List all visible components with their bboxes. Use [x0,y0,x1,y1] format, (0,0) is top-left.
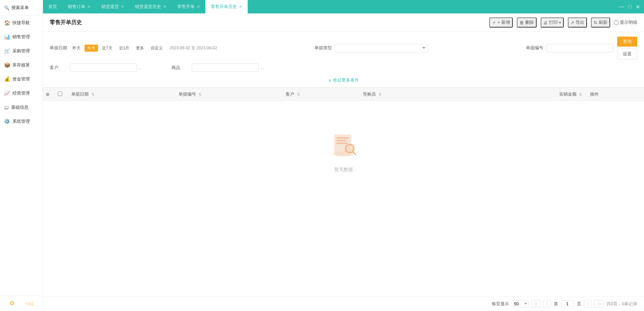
collapse-sidebar-icon[interactable]: ◁◁ [26,301,33,306]
sidebar-item-inventory[interactable]: 📦 库存核算 [0,58,43,72]
prev-page-btn[interactable]: ⟨ [543,300,551,308]
table-head: ⚙ 单据日期 ⇅ 单据编号 ⇅ [43,88,644,101]
th-bill-no[interactable]: 单据编号 ⇅ [175,88,282,101]
th-checkbox[interactable] [55,88,67,101]
window-minimize-icon[interactable]: — [619,4,624,10]
close-retail-open-tab[interactable]: ✕ [197,4,200,9]
date-last7[interactable]: 近7天 [99,45,115,52]
date-options: 昨天 今天 近7天 近1月 更多 自定义 [70,45,165,52]
bill-no-input[interactable] [546,44,613,52]
filter-row-customer: 客户 ... 商品 ... [50,63,637,72]
th-guide[interactable]: 导购员 ⇅ [359,88,451,101]
product-dots[interactable]: ... [261,65,264,70]
delete-button[interactable]: 🗑 删除 [517,17,537,28]
date-custom[interactable]: 自定义 [148,45,165,52]
sidebar-item-basic-info[interactable]: 🗂 基础信息 [0,100,43,114]
per-page-select[interactable]: 50 10 20 100 [512,300,529,307]
sidebar-search[interactable]: 🔍 搜索采单 [0,0,43,16]
tab-sales-return-label: 销货退货 [101,4,119,10]
th-customer[interactable]: 客户 ⇅ [282,88,359,101]
sys-mgmt-icon: ⚙️ [4,118,10,124]
add-button[interactable]: ＋ + 新增 [489,17,513,28]
refresh-button[interactable]: ↻ 刷新 [591,17,610,28]
product-input[interactable] [192,63,259,72]
sort-bill-no-icon[interactable]: ⇅ [198,92,201,96]
date-last1month[interactable]: 近1月 [116,45,132,52]
th-amount[interactable]: 实销金额 ⇅ [479,88,586,101]
empty-text: 暂无数据 [334,167,353,173]
close-sales-order-tab[interactable]: ✕ [87,4,91,9]
last-page-btn[interactable]: ⟩⟩ [594,300,604,308]
th-spacer [451,88,479,101]
page-title: 零售开单历史 [50,19,82,26]
date-label: 单据日期 [50,45,70,51]
sidebar: 🔍 搜索采单 🏠 快捷导航 📊 销售管理 🛒 采购管理 📦 库存核算 💰 资金管… [0,0,43,311]
svg-rect-2 [336,137,349,139]
next-page-btn[interactable]: ⟩ [584,300,592,308]
close-sales-return-history-tab[interactable]: ✕ [163,4,166,9]
export-button[interactable]: ↗ 导出 [568,17,587,28]
close-retail-open-history-tab[interactable]: ✕ [239,4,242,9]
collapse-more[interactable]: ∧ 收起更多条件 [50,76,637,85]
sort-customer-icon[interactable]: ⇅ [297,92,300,96]
main-area: 首页 销售订单 ✕ 销货退货 ✕ 销货退货历史 ✕ 零售开单 ✕ 零售开单历史 … [43,0,644,311]
tab-sales-order[interactable]: 销售订单 ✕ [62,0,96,13]
bill-type-select[interactable] [335,44,429,52]
collapse-arrow-icon: ∧ [328,78,332,83]
tab-retail-open-history[interactable]: 零售开单历史 ✕ [205,0,248,13]
basic-info-icon: 🗂 [4,105,9,110]
table-area: ⚙ 单据日期 ⇅ 单据编号 ⇅ [43,88,644,296]
tab-sales-return-history[interactable]: 销货退货历史 ✕ [130,0,172,13]
window-restore-icon[interactable]: □ [628,4,632,10]
purchase-mgmt-icon: 🛒 [4,48,10,54]
print-icon: 🖨 [543,20,548,25]
sort-date-icon[interactable]: ⇅ [91,92,94,96]
sidebar-item-purchase-mgmt[interactable]: 🛒 采购管理 [0,44,43,58]
delete-icon: 🗑 [519,20,524,25]
sort-amount-icon[interactable]: ⇅ [579,92,582,96]
operation-icon: 📈 [4,90,10,96]
sidebar-item-label: 库存核算 [12,62,30,68]
top-nav: 首页 销售订单 ✕ 销货退货 ✕ 销货退货历史 ✕ 零售开单 ✕ 零售开单历史 … [43,0,644,13]
tab-retail-open-label: 零售开单 [177,4,195,10]
page-input[interactable] [561,300,574,307]
sort-guide-icon[interactable]: ⇅ [379,92,382,96]
total-info: 共0页，0条记录 [606,301,637,307]
sidebar-bottom: ⚙ ◁◁ [0,295,43,311]
sidebar-item-finance[interactable]: 💰 资金管理 [0,72,43,86]
page-content: 零售开单历史 ＋ + 新增 🗑 删除 🖨 打印 ▾ ↗ 导出 [43,13,644,311]
table-settings-icon[interactable]: ⚙ [46,92,50,97]
th-settings[interactable]: ⚙ [43,88,55,101]
customer-input[interactable] [70,63,137,72]
date-today[interactable]: 今天 [85,45,98,52]
sidebar-item-sys-mgmt[interactable]: ⚙️ 系统管理 [0,114,43,128]
sidebar-item-sales-mgmt[interactable]: 📊 销售管理 [0,30,43,44]
tab-sales-return[interactable]: 销货退货 ✕ [96,0,130,13]
print-button[interactable]: 🖨 打印 ▾ [541,17,564,28]
customer-dots[interactable]: ... [139,65,143,70]
th-date[interactable]: 单据日期 ⇅ [67,88,175,101]
settings-bottom-icon[interactable]: ⚙ [9,300,15,307]
show-detail-label[interactable]: 显示明细 [614,19,637,25]
date-yesterday[interactable]: 昨天 [70,45,83,52]
select-all-checkbox[interactable] [58,92,62,96]
query-button[interactable]: 查询 [617,37,637,47]
window-close-icon[interactable]: ✕ [636,4,640,10]
sidebar-item-quick-nav[interactable]: 🏠 快捷导航 [0,16,43,30]
tab-retail-open[interactable]: 零售开单 ✕ [172,0,205,13]
show-detail-checkbox[interactable] [614,20,618,25]
page-actions: ＋ + 新增 🗑 删除 🖨 打印 ▾ ↗ 导出 ↻ [489,17,637,28]
refresh-icon: ↻ [594,20,597,25]
per-page-label: 每页显示 [492,301,509,307]
settings-button[interactable]: 设置 [617,49,637,59]
tab-sales-order-label: 销售订单 [68,4,85,10]
tab-home-label: 首页 [48,4,57,10]
first-page-btn[interactable]: ⟨⟨ [531,300,541,308]
svg-rect-3 [336,140,346,141]
close-sales-return-tab[interactable]: ✕ [121,4,124,9]
add-icon: ＋ [492,19,496,25]
sidebar-item-label: 系统管理 [12,118,30,124]
date-more[interactable]: 更多 [133,45,147,52]
sidebar-item-operation[interactable]: 📈 经营管理 [0,86,43,100]
tab-home[interactable]: 首页 [43,0,62,13]
